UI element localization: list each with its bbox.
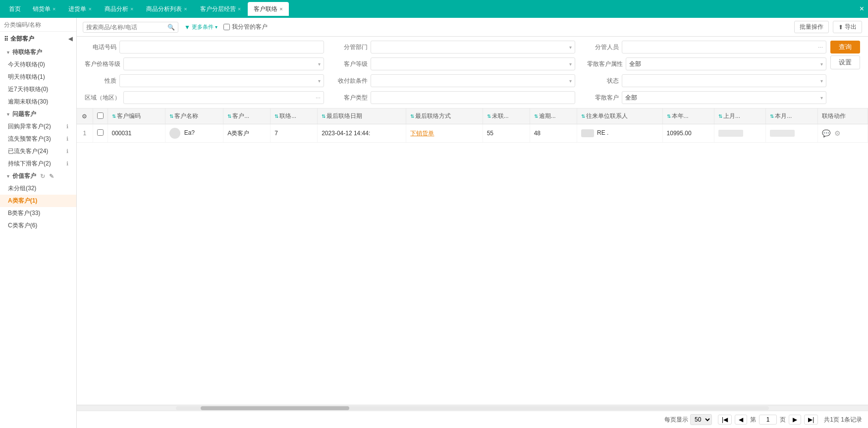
sidebar-item-abnormal[interactable]: 回购异常客户(2) ℹ <box>0 120 76 133</box>
sidebar-item-declining[interactable]: 持续下滑客户(2) ℹ <box>0 158 76 170</box>
cell-this-year: 10995.00 <box>662 124 714 143</box>
close-purchase-icon[interactable]: × <box>88 6 91 12</box>
sidebar-search-input[interactable] <box>4 21 77 28</box>
close-goods-list-icon[interactable]: × <box>184 6 187 12</box>
col-contact-count[interactable]: ⇅联络... <box>271 108 318 124</box>
more-filters-btn[interactable]: ▼ 更多条件 ▾ <box>184 23 217 31</box>
search-input[interactable] <box>86 24 165 31</box>
cell-type: A类客户 <box>223 124 271 143</box>
status-select[interactable]: ▾ <box>622 74 826 87</box>
all-customers-header[interactable]: ⠿ 全部客户 ◀ <box>0 32 76 46</box>
sidebar-item-overdue[interactable]: 逾期未联络(30) <box>0 96 76 108</box>
top-nav: 首页 销货单 × 进货单 × 商品分析 × 商品分析列表 × 客户分层经营 × … <box>0 0 868 18</box>
price-level-select[interactable]: ▾ <box>123 57 324 70</box>
col-last-method[interactable]: ⇅最后联络方式 <box>406 108 483 124</box>
triangle-icon: ▼ <box>6 50 10 55</box>
sidebar-item-c-class[interactable]: C类客户(6) <box>0 219 76 232</box>
sidebar-item-ungroup[interactable]: 未分组(32) <box>0 182 76 195</box>
col-checkbox[interactable] <box>93 108 108 124</box>
col-last-date[interactable]: ⇅最后联络日期 <box>318 108 406 124</box>
sidebar-item-7days[interactable]: 近7天待联络(0) <box>0 83 76 96</box>
sidebar-item-today[interactable]: 今天待联络(0) <box>0 58 76 71</box>
scroll-track <box>176 406 769 410</box>
nav-tab-sales[interactable]: 销货单 × <box>27 2 61 16</box>
cell-name: Ea? <box>165 124 223 143</box>
select-all-checkbox[interactable] <box>97 112 104 119</box>
sidebar-item-a-class[interactable]: A类客户(1) <box>0 195 76 207</box>
customer-level-select[interactable]: ▾ <box>371 57 575 70</box>
first-page-button[interactable]: |◀ <box>718 415 732 425</box>
customer-type-input[interactable] <box>371 91 575 104</box>
per-page-select[interactable]: 50 <box>690 414 712 425</box>
connect-icon[interactable]: ⚙ <box>834 129 841 137</box>
sort-icon-overdue: ⇅ <box>534 113 538 119</box>
last-page-button[interactable]: ▶| <box>804 415 818 425</box>
refresh-icon[interactable]: ↻ <box>40 173 45 180</box>
query-button[interactable]: 查询 <box>830 41 860 54</box>
my-customers-check[interactable]: 我分管的客户 <box>223 23 268 31</box>
filter-region: 区域（地区） ··· <box>85 91 324 104</box>
filter-payment: 收付款条件 ▾ <box>336 74 575 87</box>
sidebar-item-tomorrow[interactable]: 明天待联络(1) <box>0 71 76 83</box>
cell-checkbox[interactable] <box>93 124 108 143</box>
close-customer-layer-icon[interactable]: × <box>238 6 241 12</box>
sort-icon-contact: ⇅ <box>274 113 278 119</box>
nav-tab-customer-layer[interactable]: 客户分层经营 × <box>194 2 247 16</box>
cell-last-method[interactable]: 下销货单 <box>406 124 483 143</box>
avatar <box>169 128 180 139</box>
nav-tab-home[interactable]: 首页 <box>4 2 26 16</box>
col-this-month[interactable]: ⇅本月... <box>766 108 817 124</box>
col-settings[interactable]: ⚙ <box>77 108 93 124</box>
filter-status: 状态 ▾ <box>587 74 826 87</box>
prev-page-button[interactable]: ◀ <box>735 415 747 425</box>
region-input[interactable]: ··· <box>123 91 324 104</box>
batch-op-button[interactable]: 批量操作 <box>794 21 829 33</box>
page-number-input[interactable] <box>759 415 777 425</box>
edit-icon[interactable]: ✎ <box>49 173 54 180</box>
person-input[interactable]: ··· <box>622 41 826 54</box>
problem-customers-group[interactable]: ▼ 问题客户 <box>0 108 76 120</box>
export-icon: ⬆ <box>838 24 843 31</box>
my-customers-checkbox[interactable] <box>223 24 230 30</box>
col-name[interactable]: ⇅客户名称 <box>165 108 223 124</box>
value-customers-group[interactable]: ▼ 价值客户 ↻ ✎ <box>0 170 76 182</box>
chat-icon[interactable]: 💬 <box>822 129 830 137</box>
sidebar-item-lost[interactable]: 已流失客户(24) ℹ <box>0 145 76 158</box>
nav-tab-customer-contact[interactable]: 客户联络 × <box>248 2 288 16</box>
col-uncontacted[interactable]: ⇅未联... <box>483 108 530 124</box>
setting-button[interactable]: 设置 <box>830 55 860 69</box>
filter-row-2: 客户价格等级 ▾ 客户等级 ▾ <box>85 57 826 70</box>
sort-icon-type: ⇅ <box>227 113 231 119</box>
filter-customer-type: 客户类型 <box>336 91 575 104</box>
nav-tab-goods-list[interactable]: 商品分析列表 × <box>140 2 193 16</box>
col-contact-person[interactable]: ⇅往来单位联系人 <box>577 108 662 124</box>
nature-select[interactable]: ▾ <box>119 74 324 87</box>
col-overdue[interactable]: ⇅逾期... <box>530 108 577 124</box>
dept-select[interactable]: ▾ <box>371 41 575 54</box>
info-icon-3: ℹ <box>66 148 68 155</box>
retail-customer-select[interactable]: 全部▾ <box>622 91 826 104</box>
sidebar-item-warning[interactable]: 流失预警客户(3) ℹ <box>0 133 76 145</box>
scroll-thumb[interactable] <box>201 406 349 410</box>
close-sales-icon[interactable]: × <box>53 6 55 12</box>
col-last-month[interactable]: ⇅上月... <box>714 108 766 124</box>
export-button[interactable]: ⬆ 导出 <box>833 21 862 33</box>
pending-contact-group[interactable]: ▼ 待联络客户 <box>0 46 76 58</box>
next-page-button[interactable]: ▶ <box>789 415 801 425</box>
horizontal-scrollbar[interactable] <box>77 405 868 411</box>
row-checkbox[interactable] <box>97 129 104 136</box>
payment-select[interactable]: ▾ <box>371 74 575 87</box>
close-customer-contact-icon[interactable]: × <box>279 6 282 12</box>
nav-tab-purchase[interactable]: 进货单 × <box>62 2 97 16</box>
close-goods-analysis-icon[interactable]: × <box>130 6 133 12</box>
retail-attr-select[interactable]: 全部▾ <box>626 57 826 70</box>
filter-row-3: 性质 ▾ 收付款条件 ▾ <box>85 74 826 87</box>
col-code[interactable]: ⇅客户编码 <box>108 108 165 124</box>
col-type[interactable]: ⇅客户... <box>223 108 271 124</box>
row-actions-container: 💬 ⚙ <box>822 129 864 137</box>
nav-tab-goods-analysis[interactable]: 商品分析 × <box>99 2 139 16</box>
col-this-year[interactable]: ⇅本年... <box>662 108 714 124</box>
close-all-icon[interactable]: × <box>860 4 864 13</box>
phone-input[interactable] <box>119 41 324 54</box>
sidebar-item-b-class[interactable]: B类客户(33) <box>0 207 76 219</box>
